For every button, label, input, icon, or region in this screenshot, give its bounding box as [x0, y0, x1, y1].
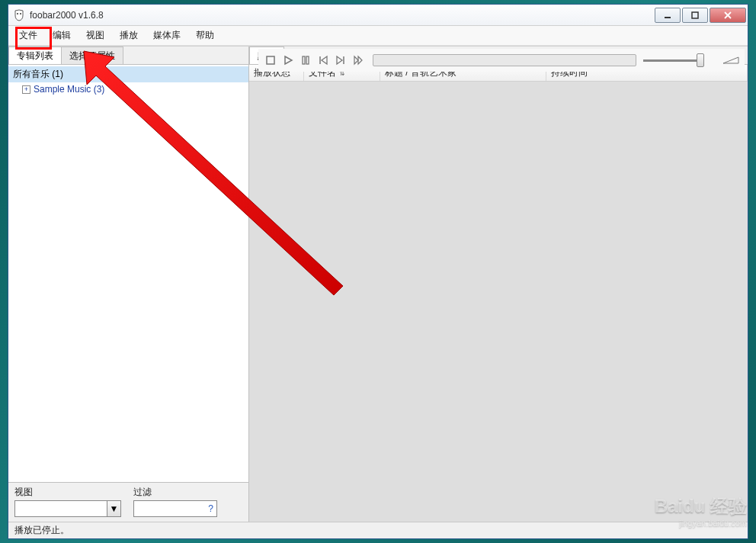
window-title: foobar2000 v1.6.8 [30, 10, 653, 21]
playback-toolbar [258, 49, 745, 72]
view-label: 视图 [14, 486, 121, 499]
tree-root-all-music[interactable]: 所有音乐 (1) [8, 66, 248, 82]
app-icon [13, 9, 25, 21]
menu-view[interactable]: 视图 [78, 27, 112, 44]
volume-thumb[interactable] [697, 53, 704, 67]
right-panel: 默认 播放状态 文件名⇅ 标题 / 音轨艺术家 持续时间 [249, 47, 748, 522]
volume-slider[interactable] [643, 54, 719, 66]
play-button[interactable] [280, 53, 296, 68]
app-window: foobar2000 v1.6.8 文件 编辑 视图 播放 媒体库 帮助 [8, 4, 748, 539]
left-panel-tabs: 专辑列表 选择项属性 [8, 47, 248, 65]
volume-icon [722, 55, 740, 66]
menu-file[interactable]: 文件 [11, 27, 45, 44]
chevron-down-icon[interactable]: ▼ [107, 501, 120, 516]
svg-rect-7 [303, 56, 305, 64]
filter-section: 视图 ▼ 过滤 ? [8, 482, 248, 522]
status-text: 播放已停止。 [14, 524, 69, 537]
svg-rect-8 [306, 56, 309, 64]
close-button[interactable] [710, 8, 746, 23]
svg-rect-3 [692, 12, 698, 18]
album-tree[interactable]: 所有音乐 (1) + Sample Music (3) [8, 65, 248, 482]
svg-point-1 [20, 13, 21, 14]
next-button[interactable] [333, 53, 348, 68]
window-controls [653, 8, 746, 23]
prev-button[interactable] [316, 53, 331, 68]
menu-play[interactable]: 播放 [112, 27, 146, 44]
menubar: 文件 编辑 视图 播放 媒体库 帮助 [8, 26, 748, 46]
playlist-body[interactable] [249, 82, 748, 522]
filter-help-button[interactable]: ? [208, 503, 213, 514]
random-button[interactable] [351, 53, 366, 68]
svg-rect-6 [267, 56, 274, 64]
left-panel: 专辑列表 选择项属性 所有音乐 (1) + Sample Music (3) 视… [8, 47, 249, 522]
minimize-button[interactable] [655, 8, 681, 23]
pause-button[interactable] [298, 53, 313, 68]
tree-root-label: 所有音乐 (1) [13, 68, 63, 81]
statusbar: 播放已停止。 [8, 522, 748, 538]
view-combo[interactable]: ▼ [14, 500, 121, 517]
tab-selection-props[interactable]: 选择项属性 [61, 47, 123, 64]
svg-point-0 [17, 13, 18, 14]
stop-button[interactable] [263, 53, 278, 68]
menu-library[interactable]: 媒体库 [146, 27, 188, 44]
tab-album-list[interactable]: 专辑列表 [8, 47, 62, 64]
seek-slider[interactable] [373, 54, 636, 66]
maximize-button[interactable] [682, 8, 708, 23]
svg-line-11 [723, 57, 738, 63]
filter-input[interactable]: ? [133, 500, 217, 517]
tree-item-sample-music[interactable]: + Sample Music (3) [8, 82, 248, 96]
tree-child-label: Sample Music (3) [34, 84, 104, 95]
expand-icon[interactable]: + [22, 85, 30, 94]
filter-label: 过滤 [133, 486, 217, 499]
main-area: 专辑列表 选择项属性 所有音乐 (1) + Sample Music (3) 视… [8, 46, 748, 522]
titlebar[interactable]: foobar2000 v1.6.8 [8, 5, 748, 26]
menu-help[interactable]: 帮助 [188, 27, 222, 44]
menu-edit[interactable]: 编辑 [45, 27, 78, 44]
